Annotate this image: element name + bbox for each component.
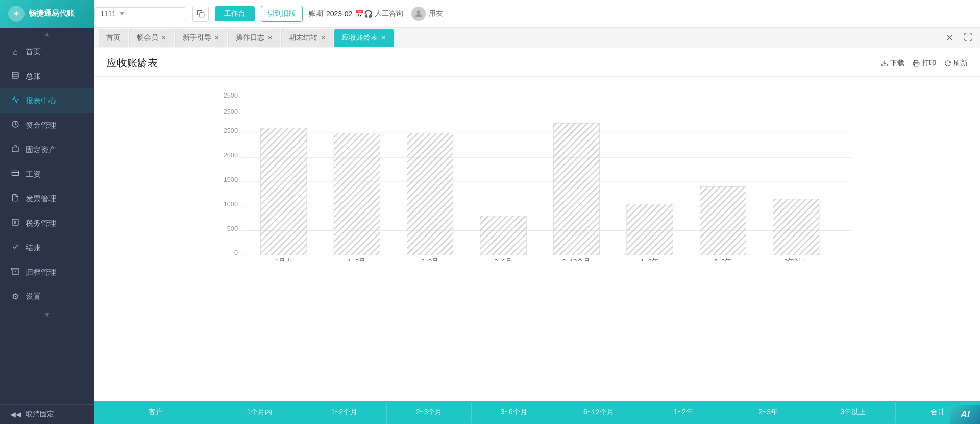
svg-text:2500: 2500 bbox=[224, 91, 238, 99]
th-1-2month: 1~2个月 bbox=[302, 402, 387, 423]
header: ✦ 畅捷通易代账 1111 ▼ 工作台 切到旧版 账期 2023-02 📅 🎧 … bbox=[0, 0, 980, 28]
th-1-2year: 1~2年 bbox=[641, 402, 726, 423]
copy-button[interactable] bbox=[192, 6, 209, 22]
avatar bbox=[411, 7, 426, 21]
print-button[interactable]: 打印 bbox=[913, 59, 936, 68]
sidebar-scroll-down[interactable]: ▼ bbox=[0, 309, 94, 321]
workbench-button[interactable]: 工作台 bbox=[215, 6, 255, 21]
sidebar-item-label: 发票管理 bbox=[26, 194, 56, 204]
sidebar-item-tax[interactable]: 税务管理 bbox=[0, 211, 94, 235]
svg-text:3年以上: 3年以上 bbox=[784, 257, 807, 261]
close-icon[interactable]: ✕ bbox=[214, 35, 219, 41]
svg-text:2~3月: 2~3月 bbox=[421, 257, 439, 261]
period-value: 2023-02 bbox=[326, 10, 352, 18]
tabs-actions: ✕ ⛶ bbox=[943, 32, 976, 43]
chart-area: 0 500 1000 1500 2000 2500 2500 2500 bbox=[94, 77, 980, 401]
tab-home[interactable]: 首页 bbox=[99, 29, 128, 47]
close-icon[interactable]: ✕ bbox=[161, 35, 166, 41]
sidebar-item-assets[interactable]: 固定资产 bbox=[0, 137, 94, 162]
table-header-row: 客户 1个月内 1~2个月 2~3个月 3~6个月 6~12个月 bbox=[94, 401, 980, 424]
tab-label: 首页 bbox=[106, 33, 120, 42]
calendar-icon[interactable]: 📅 bbox=[355, 10, 364, 18]
app-name: 畅捷通易代账 bbox=[29, 9, 75, 18]
bar-6-12个月 bbox=[553, 123, 599, 255]
sidebar-item-checkout[interactable]: 结账 bbox=[0, 235, 94, 260]
th-customer: 客户 bbox=[94, 402, 217, 423]
title-actions: 下载 打印 刷新 bbox=[881, 59, 968, 68]
sidebar-item-home[interactable]: ⌂ 首页 bbox=[0, 40, 94, 64]
company-selector[interactable]: 1111 ▼ bbox=[94, 7, 186, 20]
sidebar-item-archive[interactable]: 归档管理 bbox=[0, 260, 94, 285]
sidebar-item-settings[interactable]: ⚙ 设置 bbox=[0, 285, 94, 309]
download-button[interactable]: 下载 bbox=[881, 59, 904, 68]
ai-badge[interactable]: Ai bbox=[950, 405, 980, 424]
th-3year-plus: 3年以上 bbox=[811, 402, 896, 423]
maximize-button[interactable]: ⛶ bbox=[961, 32, 976, 43]
svg-text:1500: 1500 bbox=[224, 176, 238, 183]
sidebar-scroll-up[interactable]: ▲ bbox=[0, 28, 94, 40]
close-all-button[interactable]: ✕ bbox=[943, 32, 957, 43]
close-icon[interactable]: ✕ bbox=[321, 35, 326, 41]
close-icon[interactable]: ✕ bbox=[267, 35, 273, 41]
settings-icon: ⚙ bbox=[10, 292, 20, 301]
sidebar-item-salary[interactable]: 工资 bbox=[0, 162, 94, 186]
refresh-button[interactable]: 刷新 bbox=[944, 59, 968, 68]
sidebar-item-ledger[interactable]: 总账 bbox=[0, 64, 94, 88]
cancel-pin-button[interactable]: ◀◀ 取消固定 bbox=[0, 404, 94, 424]
bar-chart: 0 500 1000 1500 2000 2500 2500 2500 bbox=[107, 87, 968, 261]
sidebar-item-label: 固定资产 bbox=[26, 145, 56, 155]
sidebar-item-label: 首页 bbox=[26, 47, 41, 57]
bar-3-6月 bbox=[480, 216, 526, 255]
tab-member[interactable]: 畅会员 ✕ bbox=[129, 29, 174, 47]
svg-text:2~3年: 2~3年 bbox=[714, 257, 732, 261]
logo-icon: ✦ bbox=[8, 6, 24, 22]
svg-rect-7 bbox=[12, 171, 18, 175]
header-actions: 🎧 人工咨询 用友 bbox=[364, 7, 443, 21]
switch-version-button[interactable]: 切到旧版 bbox=[261, 6, 303, 22]
support-label: 人工咨询 bbox=[375, 9, 403, 18]
svg-rect-2 bbox=[12, 72, 18, 78]
user-area[interactable]: 用友 bbox=[411, 7, 443, 21]
tab-oplog[interactable]: 操作日志 ✕ bbox=[228, 29, 280, 47]
tab-label: 期末结转 bbox=[289, 33, 317, 42]
tax-icon bbox=[10, 218, 20, 228]
chevron-down-icon: ▼ bbox=[119, 10, 125, 17]
pin-icon: ◀◀ bbox=[10, 410, 21, 418]
svg-text:1000: 1000 bbox=[224, 200, 238, 208]
refresh-label: 刷新 bbox=[953, 59, 968, 68]
archive-icon bbox=[10, 267, 20, 277]
svg-rect-6 bbox=[12, 147, 18, 152]
sidebar-item-label: 税务管理 bbox=[26, 219, 56, 228]
period-area: 账期 2023-02 📅 bbox=[309, 9, 364, 18]
sidebar-item-label: 归档管理 bbox=[26, 268, 56, 277]
page-title: 应收账龄表 bbox=[107, 56, 158, 70]
tab-yearend[interactable]: 期末结转 ✕ bbox=[281, 29, 333, 47]
sidebar-item-label: 设置 bbox=[26, 292, 41, 301]
checkout-icon bbox=[10, 243, 20, 253]
svg-text:1~2年: 1~2年 bbox=[641, 257, 658, 261]
tab-aging[interactable]: 应收账龄表 ✕ bbox=[334, 29, 394, 47]
tab-label: 新手引导 bbox=[183, 33, 211, 42]
sidebar-item-label: 结账 bbox=[26, 243, 41, 253]
print-label: 打印 bbox=[922, 59, 936, 68]
user-name: 用友 bbox=[429, 9, 443, 18]
sidebar-item-funds[interactable]: 资金管理 bbox=[0, 113, 94, 137]
headset-icon: 🎧 bbox=[364, 10, 373, 18]
sidebar-item-reports[interactable]: 报表中心 bbox=[0, 88, 94, 113]
tab-label: 操作日志 bbox=[236, 33, 264, 42]
close-icon[interactable]: ✕ bbox=[381, 35, 386, 41]
sidebar-item-invoice[interactable]: 发票管理 bbox=[0, 186, 94, 211]
th-2-3month: 2~3个月 bbox=[387, 402, 472, 423]
svg-rect-10 bbox=[12, 268, 19, 270]
page-content: 应收账龄表 下载 打印 bbox=[94, 48, 980, 424]
tab-guide[interactable]: 新手引导 ✕ bbox=[175, 29, 227, 47]
svg-text:1月内: 1月内 bbox=[275, 257, 292, 261]
support-button[interactable]: 🎧 人工咨询 bbox=[364, 9, 403, 18]
period-label: 账期 bbox=[309, 9, 323, 18]
svg-text:2000: 2000 bbox=[224, 151, 238, 159]
content-area: 首页 畅会员 ✕ 新手引导 ✕ 操作日志 ✕ 期末结转 ✕ 应收账龄表 ✕ bbox=[94, 28, 980, 424]
bar-1月内 bbox=[261, 128, 307, 255]
th-3-6month: 3~6个月 bbox=[472, 402, 556, 423]
svg-rect-0 bbox=[200, 13, 204, 17]
th-6-12month: 6~12个月 bbox=[556, 402, 641, 423]
